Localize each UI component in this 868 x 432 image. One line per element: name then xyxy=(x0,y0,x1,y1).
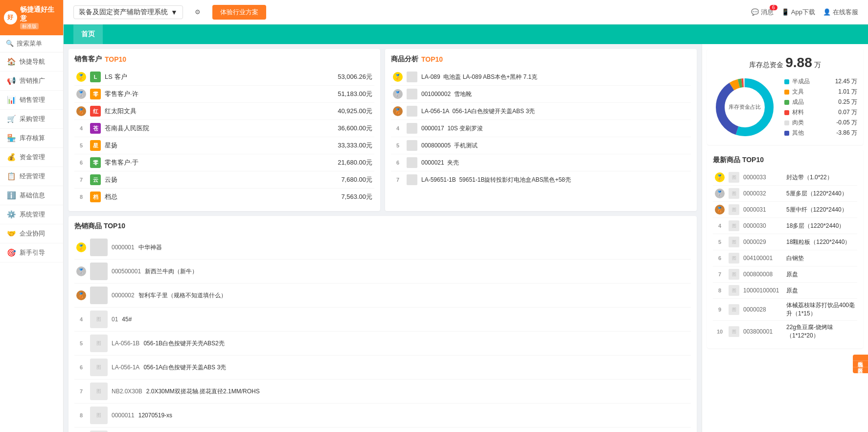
new-product-row[interactable]: 8 图 10000100001 原盘 xyxy=(713,283,857,299)
top-customer-row[interactable]: 4 苍 苍南县人民医院 36,600.00元 xyxy=(74,120,374,137)
new-product-row[interactable]: 🥈 图 0000032 5厘多层（1220*2440） xyxy=(713,186,857,202)
trial-button[interactable]: 体验行业方案 xyxy=(212,5,266,20)
top-product-row[interactable]: 4 0000017 10S 变刷罗浚 xyxy=(391,120,691,137)
top-product-row[interactable]: 6 0000021 夹壳 xyxy=(391,154,691,171)
float-customer-service[interactable]: 客服热线 xyxy=(853,355,868,361)
np-name: 22g鱼豆腐-烧烤味（1*12*20） xyxy=(786,323,855,340)
new-product-row[interactable]: 9 图 0000028 体械荔枝味苏打饮品400毫升（1*15） xyxy=(713,299,857,321)
hot-product-row[interactable]: 🥇 0000001 中华神器 xyxy=(74,236,691,260)
new-products-title: 最新商品 TOP10 xyxy=(713,156,857,165)
product-thumb xyxy=(90,239,108,256)
hot-product-row[interactable]: 🥉 0000002 智利车子里（规格不知道填什么） xyxy=(74,284,691,308)
customer-name: 苍南县人民医院 xyxy=(105,124,334,133)
sidebar-item-sales[interactable]: 📊 销售管理 xyxy=(0,91,63,110)
new-product-row[interactable]: 10 图 003800001 22g鱼豆腐-烧烤味（1*12*20） xyxy=(713,321,857,342)
new-product-row[interactable]: 🥉 图 0000031 5厘中纤（1220*2440） xyxy=(713,202,857,218)
top-customer-row[interactable]: 🥈 零 零售客户·许 51,183.00元 xyxy=(74,86,374,103)
sidebar-item-system[interactable]: ⚙️ 系统管理 xyxy=(0,205,63,224)
np-code: 0000033 xyxy=(743,174,782,181)
cooperation-icon: 🤝 xyxy=(7,229,16,238)
top-customer-row[interactable]: 6 零 零售客户·于 21,680.00元 xyxy=(74,154,374,171)
sidebar-item-quick-nav[interactable]: 🏠 快捷导航 xyxy=(0,52,63,72)
top-customer-row[interactable]: 5 星 星扬 33,333.00元 xyxy=(74,137,374,154)
top-customer-row[interactable]: 🥉 红 红太阳文具 40,925.00元 xyxy=(74,103,374,120)
search-menu[interactable]: 🔍 搜索菜单 xyxy=(0,35,63,52)
system-icon: ⚙️ xyxy=(7,210,16,219)
new-product-row[interactable]: 6 图 004100001 白钢垫 xyxy=(713,250,857,266)
top-product-row[interactable]: 7 LA-59651-1B 59651-1B旋转投影灯电池盒ABS黑色+58壳 xyxy=(391,171,691,188)
rank-badge-5: 5 xyxy=(76,338,86,348)
tab-home[interactable]: 首页 xyxy=(73,24,103,44)
system-selector[interactable]: 装备及固定资产辅助管理系统 ▼ xyxy=(73,5,183,19)
purchase-icon: 🛒 xyxy=(7,115,16,123)
sidebar-item-guide[interactable]: 🎯 新手引导 xyxy=(0,243,63,263)
rank-badge-6: 6 xyxy=(393,158,403,168)
sidebar-item-inventory[interactable]: 🏪 库存核算 xyxy=(0,129,63,148)
product-thumb-placeholder: 图 xyxy=(90,335,108,352)
float-community[interactable]: 服务社区 xyxy=(853,361,868,367)
new-product-row[interactable]: 5 图 0000029 18颗粒板（1220*2440） xyxy=(713,234,857,250)
np-code: 0000031 xyxy=(743,206,782,213)
logo-icon: 好 xyxy=(4,11,17,24)
np-name: 原盘 xyxy=(786,270,855,279)
product-thumb-placeholder xyxy=(407,123,417,134)
top-customer-row[interactable]: 8 档 档总 7,563.00元 xyxy=(74,189,374,205)
rank-badge-6: 6 xyxy=(715,253,725,263)
sidebar: 好 畅捷通好生意 标准版 🔍 搜索菜单 🏠 快捷导航 📢 营销推广 📊 销售管理… xyxy=(0,0,64,432)
top-product-row[interactable]: 🥈 001000002 雪地靴 xyxy=(391,86,691,103)
top-customer-row[interactable]: 7 云 云扬 7,680.00元 xyxy=(74,171,374,189)
rank-badge-1: 🥇 xyxy=(76,72,86,82)
top-customer-row[interactable]: 🥇 L LS 客户 53,006.26元 xyxy=(74,69,374,86)
customer-amount: 7,563.00元 xyxy=(341,192,372,201)
sidebar-item-management[interactable]: 📋 经营管理 xyxy=(0,167,63,186)
app-download-button[interactable]: 📱 App下载 xyxy=(781,8,815,17)
hot-product-row[interactable]: 9 图 KK-SD22110H 花语萌值温分腿睡袋（厚款） xyxy=(74,428,691,432)
sidebar-item-basic-info[interactable]: ℹ️ 基础信息 xyxy=(0,186,63,205)
top-products-right-card: 商品分析 TOP10 🥇 LA-089 电池盖 LA-089 ABS本色+黑种 … xyxy=(385,49,697,211)
customer-name: 云扬 xyxy=(105,175,337,184)
product-thumb-placeholder xyxy=(407,157,417,168)
np-thumb: 图 xyxy=(729,253,739,264)
np-name: 封边带（1.0*22） xyxy=(786,173,855,182)
rank-badge-3: 🥉 xyxy=(393,106,403,116)
settings-button[interactable]: ⚙ xyxy=(191,5,205,19)
messages-button[interactable]: 💬 消息 6 xyxy=(751,8,774,17)
customer-avatar: 苍 xyxy=(90,123,101,134)
np-thumb: 图 xyxy=(729,304,739,315)
legend-dot-other xyxy=(784,131,789,136)
hot-products-card: 热销商品 TOP10 🥇 0000001 中华神器 🥈 000500001 新西… xyxy=(69,216,697,432)
new-product-row[interactable]: 7 图 000800008 原盘 xyxy=(713,266,857,283)
top-product-row[interactable]: 🥇 LA-089 电池盖 LA-089 ABS本色+黑种 7.1克 xyxy=(391,69,691,86)
rank-badge-4: 4 xyxy=(76,314,86,324)
top-product-row[interactable]: 5 000800005 手机测试 xyxy=(391,137,691,154)
sidebar-item-finance[interactable]: 💰 资金管理 xyxy=(0,148,63,167)
rank-badge-7: 7 xyxy=(715,269,725,279)
phone-icon: 📱 xyxy=(781,8,789,16)
hot-product-row[interactable]: 5 图 LA-056-1B 056-1B白色按键开关壳ABS2壳 xyxy=(74,332,691,356)
hot-product-row[interactable]: 6 图 LA-056-1A 056-1A白色按键开关盖ABS 3壳 xyxy=(74,356,691,380)
sidebar-item-marketing[interactable]: 📢 营销推广 xyxy=(0,72,63,91)
legend-material: 材料 0.07 万 xyxy=(784,108,857,117)
customer-service-button[interactable]: 👤 在线客服 xyxy=(823,8,858,17)
product-code: 01 xyxy=(112,316,118,323)
hot-product-row[interactable]: 4 图 01 45# xyxy=(74,308,691,332)
sidebar-item-purchase[interactable]: 🛒 采购管理 xyxy=(0,110,63,129)
sidebar-item-cooperation[interactable]: 🤝 企业协同 xyxy=(0,224,63,243)
hot-product-row[interactable]: 8 图 0000011 12070519-xs xyxy=(74,404,691,428)
hot-product-row[interactable]: 7 图 NB2.0X30B 2.0X30MM双搓花轴.搓花直径2.1MM/ROH… xyxy=(74,380,691,404)
sales-icon: 📊 xyxy=(7,96,16,104)
product-code: 0000011 xyxy=(112,412,135,419)
rank-badge-4: 4 xyxy=(715,221,725,231)
product-thumb xyxy=(90,263,108,280)
top-product-row[interactable]: 🥉 LA-056-1A 056-1A白色按键开关盖ABS 3壳 xyxy=(391,103,691,120)
rank-badge-10: 10 xyxy=(715,327,725,336)
product-thumb-placeholder xyxy=(407,140,417,151)
new-product-row[interactable]: 4 图 0000030 18多层（1220*2440） xyxy=(713,218,857,234)
legend-other: 其他 -3.86 万 xyxy=(784,129,857,137)
new-product-row[interactable]: 🥇 图 0000033 封边带（1.0*22） xyxy=(713,169,857,186)
float-live[interactable]: 直播 xyxy=(853,367,868,373)
hot-product-row[interactable]: 🥈 000500001 新西兰牛肉（新牛） xyxy=(74,260,691,284)
product-info: 0000021 夹壳 xyxy=(421,159,689,167)
product-name: 12070519-xs xyxy=(138,412,172,419)
product-thumb-placeholder: 图 xyxy=(90,383,108,400)
